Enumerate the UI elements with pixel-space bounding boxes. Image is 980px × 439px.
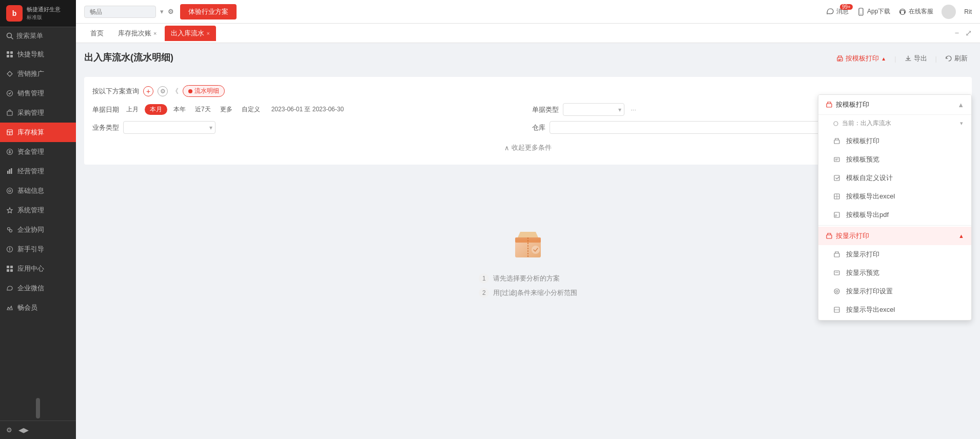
filter-type-select-wrap[interactable] <box>563 103 624 116</box>
date-btn-last-month[interactable]: 上月 <box>123 104 142 115</box>
topbar-msg[interactable]: 消息 99+ <box>826 7 849 16</box>
sidebar-item-guide[interactable]: 新手引导 <box>0 240 76 259</box>
svg-rect-14 <box>11 168 12 174</box>
sidebar-item-business[interactable]: 经营管理 <box>0 162 76 181</box>
username-label[interactable]: Rit <box>964 8 972 15</box>
tab-maximize-btn[interactable]: ⤢ <box>965 28 972 38</box>
svg-rect-4 <box>7 55 9 57</box>
date-btn-custom[interactable]: 自定义 <box>239 104 263 115</box>
dropdown-display-preview[interactable]: 按显示预览 <box>818 264 971 282</box>
dropdown-current-chevron: ▾ <box>960 120 963 127</box>
basic-icon <box>6 187 13 194</box>
sidebar-item-finance[interactable]: 资金管理 <box>0 142 76 162</box>
sidebar-item-quick-nav[interactable]: 快捷导航 <box>0 45 76 64</box>
dropdown-template-print[interactable]: 按模板打印 <box>818 132 971 150</box>
export-btn[interactable]: 导出 <box>900 52 931 65</box>
tab-batch-close[interactable]: × <box>153 30 156 36</box>
collapse-bottom-icon[interactable]: ◀▶ <box>18 426 29 434</box>
settings-bottom-icon[interactable]: ⚙ <box>6 426 12 434</box>
sidebar-item-basic[interactable]: 基础信息 <box>0 181 76 201</box>
sidebar-item-purchase[interactable]: 采购管理 <box>0 103 76 123</box>
inventory-icon <box>6 129 13 136</box>
sidebar-item-marketing[interactable]: 营销推广 <box>0 64 76 84</box>
tab-flow[interactable]: 出入库流水 × <box>165 26 215 41</box>
tabs-bar: 首页 库存批次账 × 出入库流水 × － ⤢ <box>76 24 980 43</box>
filter-business-select-wrap[interactable] <box>123 121 215 134</box>
sidebar-item-app-center[interactable]: 应用中心 <box>0 259 76 278</box>
template-print-icon <box>833 137 841 145</box>
topbar-app-download[interactable]: App下载 <box>857 7 890 16</box>
dropdown-template-preview[interactable]: 按模板预览 <box>818 150 971 169</box>
date-btn-more[interactable]: 更多 <box>217 104 236 115</box>
toolbar-divider-2: | <box>935 55 937 63</box>
sidebar-item-sales[interactable]: 销售管理 <box>0 84 76 103</box>
svg-line-1 <box>11 37 13 39</box>
sidebar-item-member[interactable]: 畅会员 <box>0 298 76 317</box>
filter-add-btn[interactable]: + <box>143 86 153 96</box>
user-avatar[interactable] <box>942 5 956 19</box>
display-section-label-wrap: 按显示打印 <box>826 231 869 241</box>
sidebar-item-system[interactable]: 系统管理 <box>0 201 76 220</box>
svg-point-38 <box>834 122 838 126</box>
sidebar-item-inventory[interactable]: 库存核算 <box>0 123 76 142</box>
filter-settings-btn[interactable]: ⚙ <box>158 86 168 96</box>
tab-minimize-btn[interactable]: － <box>953 28 961 38</box>
tab-flow-close[interactable]: × <box>206 30 209 36</box>
dropdown-display-section-header[interactable]: 按显示打印 ▲ <box>818 227 971 245</box>
filter-business-select[interactable] <box>123 121 215 134</box>
sidebar-item-enterprise-wx[interactable]: 企业微信 <box>0 278 76 298</box>
svg-rect-23 <box>7 269 9 272</box>
industry-btn[interactable]: 体验行业方案 <box>180 4 237 19</box>
dropdown-template-custom[interactable]: 模板自定义设计 <box>818 169 971 187</box>
sidebar-scroll-down[interactable] <box>0 396 76 421</box>
dropdown-chevron-up[interactable]: ▲ <box>957 101 964 109</box>
svg-point-26 <box>860 13 861 14</box>
tab-home[interactable]: 首页 <box>84 26 110 41</box>
dropdown-header-label: 按模板打印 <box>826 100 869 109</box>
quick-nav-icon <box>6 51 13 58</box>
app-logo-text: 畅捷通好生意 标准版 <box>27 6 61 21</box>
export-icon <box>905 55 912 62</box>
tab-batch[interactable]: 库存批次账 × <box>112 26 163 41</box>
display-section-icon <box>826 232 833 240</box>
dropdown-display-settings[interactable]: 按显示打印设置 <box>818 282 971 301</box>
filter-business-field: 业务类型 <box>92 121 524 134</box>
toolbar-divider-1: | <box>894 55 896 63</box>
step-1-num: 1 <box>479 273 489 284</box>
filter-collapse-btn[interactable]: 《 <box>172 87 179 96</box>
filter-date-buttons: 上月 本月 本年 近7天 更多 自定义 <box>123 104 263 115</box>
topbar-right: 消息 99+ App下载 在线客服 Rit <box>826 5 972 19</box>
template-preview-icon <box>833 155 841 164</box>
dropdown-template-pdf[interactable]: 按模板导出pdf <box>818 206 971 224</box>
search-menu[interactable]: 搜索菜单 <box>0 27 76 45</box>
topbar-gear-icon[interactable]: ⚙ <box>168 8 174 15</box>
dropdown-display-print[interactable]: 按显示打印 <box>818 245 971 264</box>
refresh-btn[interactable]: 刷新 <box>941 52 972 65</box>
display-excel-icon <box>833 306 841 314</box>
dropdown-header: 按模板打印 ▲ <box>818 95 971 115</box>
svg-rect-43 <box>834 175 839 181</box>
sales-icon <box>6 90 13 97</box>
dropdown-display-excel[interactable]: 按显示导出excel <box>818 301 971 319</box>
svg-rect-3 <box>10 51 13 54</box>
filter-type-select[interactable] <box>563 103 624 116</box>
date-btn-this-year[interactable]: 本年 <box>170 104 189 115</box>
template-excel-icon <box>833 192 841 201</box>
svg-rect-39 <box>834 140 839 144</box>
display-section-chevron: ▲ <box>958 233 964 239</box>
filter-type-more[interactable]: ··· <box>631 106 636 113</box>
template-custom-icon <box>833 174 841 182</box>
topbar-search-input[interactable] <box>84 6 156 18</box>
dropdown-display-pdf[interactable]: 按显示导出pdf <box>818 319 971 320</box>
print-btn[interactable]: 按模板打印 ▲ <box>832 52 890 65</box>
guide-icon <box>6 246 13 253</box>
topbar-service[interactable]: 在线客服 <box>898 7 933 16</box>
dropdown-template-excel[interactable]: 按模板导出excel <box>818 187 971 206</box>
topbar-chevron-icon[interactable]: ▾ <box>160 8 164 15</box>
date-btn-this-month[interactable]: 本月 <box>145 104 167 115</box>
sidebar-item-cooperation[interactable]: 企业协同 <box>0 220 76 240</box>
svg-rect-29 <box>904 12 905 13</box>
date-btn-7days[interactable]: 近7天 <box>192 104 214 115</box>
svg-rect-7 <box>7 111 12 115</box>
svg-rect-12 <box>7 171 9 174</box>
